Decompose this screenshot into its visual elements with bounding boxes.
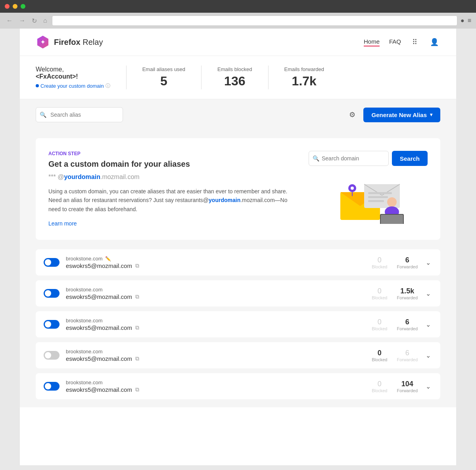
generate-alias-button[interactable]: Generate New Alias ▾ <box>363 108 440 122</box>
alias-card: brookstone.com ✏️ eswokrs5@mozmail.com ⧉… <box>36 249 440 275</box>
alias-expand-button[interactable]: ⌄ <box>424 319 432 330</box>
generate-btn-label: Generate New Alias <box>371 112 427 118</box>
alias-list: brookstone.com ✏️ eswokrs5@mozmail.com ⧉… <box>36 249 440 399</box>
alias-expand-button[interactable]: ⌄ <box>424 350 432 361</box>
edit-icon[interactable]: ✏️ <box>105 256 111 262</box>
alias-info: brookstone.com eswokrs5@mozmail.com ⧉ <box>66 318 365 331</box>
alias-toggle[interactable] <box>44 289 60 298</box>
alias-site: brookstone.com <box>66 349 365 354</box>
nav-links: Home FAQ ⠿ 👤 <box>364 36 440 48</box>
stat-divider-1 <box>126 65 127 89</box>
forward-button[interactable]: → <box>17 15 27 26</box>
alias-toggle[interactable] <box>44 382 60 391</box>
welcome-text: Welcome, <box>36 66 110 73</box>
alias-email-address: eswokrs5@mozmail.com <box>66 262 132 269</box>
aliases-used-label: Email aliases used <box>142 66 185 72</box>
alias-expand-button[interactable]: ⌄ <box>424 257 432 268</box>
alias-email-address: eswokrs5@mozmail.com <box>66 293 132 300</box>
logo: ✦ Firefox Relay <box>36 35 103 49</box>
alias-site-name: brookstone.com <box>66 318 103 324</box>
alias-site: brookstone.com <box>66 318 365 324</box>
copy-icon[interactable]: ⧉ <box>135 262 139 269</box>
action-card-title: Get a custom domain for your aliases <box>48 160 293 169</box>
browser-chrome <box>0 0 476 13</box>
firefox-relay-logo-icon: ✦ <box>36 35 50 49</box>
domain-search-button[interactable]: Search <box>392 151 428 166</box>
action-step-label: Action step <box>48 151 293 156</box>
domain-preview: *** @yourdomain.mozmail.com <box>48 173 293 181</box>
alias-forwarded-stat: 6 Forwarded <box>397 318 418 331</box>
alias-expand-button[interactable]: ⌄ <box>424 381 432 392</box>
alias-card: brookstone.com eswokrs5@mozmail.com ⧉ 0 … <box>36 342 440 368</box>
alias-forwarded-stat: 104 Forwarded <box>397 380 418 393</box>
alias-blocked-stat: 0 Blocked <box>372 318 387 331</box>
home-button[interactable]: ⌂ <box>42 15 49 26</box>
alias-blocked-stat: 0 Blocked <box>372 380 387 393</box>
alias-card: brookstone.com eswokrs5@mozmail.com ⧉ 0 … <box>36 280 440 306</box>
alias-blocked-stat: 0 Blocked <box>372 287 387 300</box>
alias-forwarded-label: Forwarded <box>397 295 418 300</box>
alias-toggle[interactable] <box>44 351 60 360</box>
alias-blocked-value: 0 <box>372 287 387 295</box>
alias-forwarded-stat: 6 Forwarded <box>397 256 418 269</box>
alias-site: brookstone.com <box>66 379 365 385</box>
nav-faq[interactable]: FAQ <box>389 38 401 46</box>
stat-emails-forwarded: Emails forwarded 1.7k <box>284 66 324 89</box>
alias-toggle[interactable] <box>44 320 60 329</box>
apps-grid-button[interactable]: ⠿ <box>411 36 419 48</box>
address-bar[interactable] <box>52 15 457 26</box>
alias-site-name: brookstone.com <box>66 287 103 293</box>
alias-site-name: brookstone.com <box>66 256 103 262</box>
domain-search-input[interactable] <box>309 151 389 166</box>
svg-rect-8 <box>368 192 392 194</box>
copy-icon[interactable]: ⧉ <box>135 386 139 393</box>
alias-card: brookstone.com eswokrs5@mozmail.com ⧉ 0 … <box>36 373 440 399</box>
nav-home[interactable]: Home <box>364 38 380 46</box>
svg-rect-14 <box>381 215 403 224</box>
welcome-account: <FxAccount>! <box>36 73 110 80</box>
action-card-desc: Using a custom domain, you can create al… <box>48 187 293 214</box>
alias-forwarded-value: 6 <box>397 256 418 264</box>
alias-toggle[interactable] <box>44 258 60 267</box>
search-alias-icon: 🔍 <box>40 112 46 118</box>
custom-domain-link[interactable]: Create your custom domain ⓘ <box>36 83 110 89</box>
generate-btn-chevron-icon: ▾ <box>430 112 432 118</box>
alias-blocked-label: Blocked <box>372 357 387 362</box>
alias-stats: 0 Blocked 6 Forwarded <box>372 318 418 331</box>
alias-expand-button[interactable]: ⌄ <box>424 288 432 299</box>
copy-icon[interactable]: ⧉ <box>135 324 139 331</box>
copy-icon[interactable]: ⧉ <box>135 293 139 300</box>
back-button[interactable]: ← <box>5 15 14 26</box>
alias-blocked-stat: 0 Blocked <box>372 349 387 362</box>
svg-point-16 <box>351 187 354 190</box>
alias-email: eswokrs5@mozmail.com ⧉ <box>66 386 365 393</box>
emails-blocked-value: 136 <box>217 74 252 89</box>
alias-card: brookstone.com eswokrs5@mozmail.com ⧉ 0 … <box>36 311 440 337</box>
search-alias-input[interactable] <box>36 107 123 122</box>
filter-button[interactable]: ⚙ <box>346 107 359 122</box>
stat-divider-3 <box>268 65 269 89</box>
alias-blocked-value: 0 <box>372 256 387 264</box>
app-header: ✦ Firefox Relay Home FAQ ⠿ 👤 <box>20 29 456 56</box>
svg-rect-10 <box>368 200 384 202</box>
learn-more-link[interactable]: Learn more <box>48 220 77 227</box>
domain-search-row: 🔍 Search <box>309 151 428 166</box>
aliases-used-value: 5 <box>142 74 185 89</box>
svg-rect-9 <box>368 196 388 198</box>
alias-forwarded-stat: 6 Forwarded <box>397 349 418 362</box>
user-profile-button[interactable]: 👤 <box>428 36 440 48</box>
copy-icon[interactable]: ⧉ <box>135 355 139 362</box>
alias-email-address: eswokrs5@mozmail.com <box>66 386 132 393</box>
alias-email: eswokrs5@mozmail.com ⧉ <box>66 324 365 331</box>
menu-icon: ≡ <box>468 17 471 24</box>
alias-blocked-value: 0 <box>372 349 387 357</box>
alias-email-address: eswokrs5@mozmail.com <box>66 324 132 331</box>
logo-text-light: Relay <box>81 38 103 46</box>
profile-icon: ● <box>461 17 464 24</box>
alias-blocked-value: 0 <box>372 318 387 326</box>
alias-site: brookstone.com ✏️ <box>66 256 365 262</box>
browser-dot-close <box>5 4 10 9</box>
logo-text: Firefox Relay <box>54 38 103 47</box>
reload-button[interactable]: ↻ <box>30 15 38 26</box>
alias-stats: 0 Blocked 6 Forwarded <box>372 256 418 269</box>
